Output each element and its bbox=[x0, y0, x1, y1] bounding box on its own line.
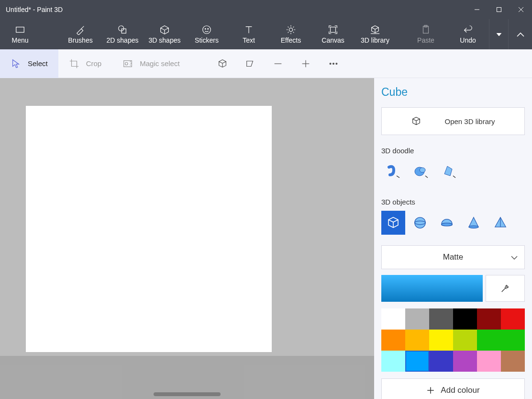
paste-button: Paste bbox=[405, 19, 447, 49]
minimize-button[interactable] bbox=[466, 0, 488, 19]
3d-doodle-tools bbox=[381, 160, 525, 183]
svg-point-7 bbox=[203, 26, 211, 34]
svg-point-21 bbox=[336, 63, 337, 64]
color-swatch[interactable] bbox=[405, 330, 429, 351]
undo-button[interactable]: Undo bbox=[447, 19, 489, 49]
3d-objects-list bbox=[381, 211, 525, 235]
material-dropdown[interactable]: Matte bbox=[381, 245, 525, 269]
color-swatch[interactable] bbox=[501, 351, 525, 372]
zoom-in-button[interactable] bbox=[292, 49, 320, 78]
zoom-out-button[interactable] bbox=[264, 49, 292, 78]
crop-tool[interactable]: Crop bbox=[58, 49, 112, 78]
menu-label: Menu bbox=[11, 36, 28, 44]
color-swatch[interactable] bbox=[429, 330, 453, 351]
3d-objects-label: 3D objects bbox=[381, 198, 525, 206]
doodle-tube[interactable] bbox=[381, 160, 405, 183]
color-swatch[interactable] bbox=[405, 308, 429, 330]
svg-rect-1 bbox=[497, 8, 501, 12]
color-swatch[interactable] bbox=[501, 330, 525, 351]
object-sphere[interactable] bbox=[408, 211, 432, 235]
main-area: Cube Open 3D library 3D doodle 3D object… bbox=[0, 78, 532, 399]
current-color-preview[interactable] bbox=[381, 275, 483, 302]
window-titlebar: Untitled* - Paint 3D bbox=[0, 0, 532, 19]
chevron-down-icon bbox=[511, 252, 518, 262]
svg-point-19 bbox=[330, 63, 331, 64]
tab-3d-shapes[interactable]: 3D shapes bbox=[144, 19, 186, 49]
color-swatch[interactable] bbox=[477, 330, 501, 351]
tab-effects[interactable]: Effects bbox=[270, 19, 312, 49]
3d-doodle-label: 3D doodle bbox=[381, 147, 525, 155]
color-swatch[interactable] bbox=[501, 308, 525, 330]
more-button[interactable] bbox=[320, 49, 347, 78]
svg-rect-4 bbox=[16, 27, 24, 33]
close-button[interactable] bbox=[510, 0, 532, 19]
color-swatch[interactable] bbox=[477, 308, 501, 330]
collapse-panel-button[interactable] bbox=[508, 19, 532, 49]
color-swatch[interactable] bbox=[405, 351, 429, 372]
color-palette bbox=[381, 308, 525, 372]
svg-point-20 bbox=[332, 63, 334, 64]
object-hemisphere[interactable] bbox=[435, 211, 459, 235]
svg-point-15 bbox=[125, 62, 128, 65]
canvas[interactable] bbox=[26, 106, 272, 352]
doodle-sharp-edge[interactable] bbox=[437, 160, 461, 183]
window-title: Untitled* - Paint 3D bbox=[6, 6, 63, 13]
color-swatch[interactable] bbox=[453, 330, 477, 351]
svg-point-23 bbox=[420, 168, 425, 172]
magic-select-tool[interactable]: Magic select bbox=[112, 49, 190, 78]
plus-icon bbox=[426, 386, 435, 395]
color-swatch[interactable] bbox=[477, 351, 501, 372]
object-cube[interactable] bbox=[381, 211, 405, 235]
mixed-reality-button[interactable] bbox=[236, 49, 264, 78]
tab-stickers[interactable]: Stickers bbox=[186, 19, 228, 49]
svg-point-8 bbox=[205, 28, 206, 29]
tab-2d-shapes[interactable]: 2D shapes bbox=[101, 19, 144, 49]
color-swatch[interactable] bbox=[381, 330, 405, 351]
eyedropper-icon bbox=[500, 283, 510, 294]
color-swatch[interactable] bbox=[381, 351, 405, 372]
doodle-soft-edge[interactable] bbox=[409, 160, 433, 183]
svg-point-10 bbox=[289, 28, 292, 31]
menu-button[interactable]: Menu bbox=[0, 19, 40, 49]
tab-3d-library[interactable]: 3D library bbox=[354, 19, 396, 49]
canvas-viewport[interactable] bbox=[0, 78, 374, 399]
svg-point-26 bbox=[442, 223, 453, 226]
secondary-toolbar: Select Crop Magic select bbox=[0, 49, 532, 78]
svg-point-9 bbox=[208, 28, 209, 29]
history-dropdown[interactable] bbox=[489, 19, 508, 49]
right-panel: Cube Open 3D library 3D doodle 3D object… bbox=[374, 78, 532, 399]
select-tool[interactable]: Select bbox=[0, 49, 58, 78]
color-swatch[interactable] bbox=[429, 308, 453, 330]
svg-point-5 bbox=[119, 26, 124, 31]
tab-brushes[interactable]: Brushes bbox=[59, 19, 101, 49]
3d-view-button[interactable] bbox=[209, 49, 236, 78]
tab-text[interactable]: Text bbox=[228, 19, 270, 49]
object-pyramid[interactable] bbox=[488, 211, 512, 235]
panel-title: Cube bbox=[381, 86, 525, 99]
maximize-button[interactable] bbox=[488, 0, 510, 19]
open-3d-library-button[interactable]: Open 3D library bbox=[381, 107, 525, 135]
cube-icon bbox=[411, 116, 421, 126]
add-colour-button[interactable]: Add colour bbox=[381, 378, 525, 399]
tab-canvas[interactable]: Canvas bbox=[312, 19, 354, 49]
color-swatch[interactable] bbox=[381, 308, 405, 330]
color-swatch[interactable] bbox=[453, 351, 477, 372]
color-swatch[interactable] bbox=[453, 308, 477, 330]
svg-point-27 bbox=[469, 226, 478, 228]
horizontal-scrollbar[interactable] bbox=[0, 392, 374, 396]
color-swatch[interactable] bbox=[429, 351, 453, 372]
svg-point-24 bbox=[415, 217, 426, 228]
ribbon-toolbar: Menu Brushes 2D shapes 3D shapes Sticker… bbox=[0, 19, 532, 49]
eyedropper-button[interactable] bbox=[486, 275, 525, 302]
object-cone[interactable] bbox=[462, 211, 486, 235]
svg-rect-11 bbox=[331, 27, 336, 33]
